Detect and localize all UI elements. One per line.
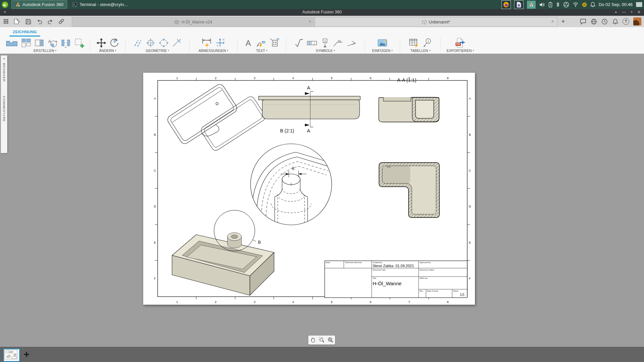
view-front[interactable]: A A B (2:1)	[259, 85, 360, 133]
text-icon[interactable]: A	[244, 38, 253, 48]
ribbon-dropdown-tabellen[interactable]: TABELLEN▾	[410, 49, 430, 53]
zoom-fit-icon[interactable]	[327, 337, 334, 343]
view-iso-shaded[interactable]: B	[172, 210, 274, 295]
view-detail-b[interactable]: 6	[251, 144, 333, 225]
app-grid-icon[interactable]	[3, 18, 9, 25]
redo-icon[interactable]	[47, 18, 54, 25]
datum-identifier-icon[interactable]: A	[320, 38, 330, 48]
tb-dateofissue-label: Date of issue	[427, 290, 438, 292]
balloon-icon[interactable]: 1	[422, 38, 432, 48]
document-launcher[interactable]	[514, 0, 524, 9]
view-wireframe-iso[interactable]	[166, 73, 267, 164]
view-section-a-a[interactable]: A-A (1:1)	[379, 77, 439, 122]
table-icon[interactable]	[409, 38, 419, 48]
note-icon[interactable]	[269, 38, 280, 48]
distro-menu-button[interactable]	[1, 0, 9, 9]
job-status-clock-icon[interactable]	[601, 18, 608, 25]
create-sketch-icon[interactable]	[74, 38, 85, 48]
taskbar-clock[interactable]: Do 02 Sep, 00:46	[599, 2, 633, 7]
rotate-icon[interactable]	[109, 38, 119, 48]
ribbon-dropdown-erstellen[interactable]: ERSTELLEN▾	[34, 49, 56, 53]
new-document-tab-button[interactable]: +	[559, 18, 567, 25]
user-avatar[interactable]	[633, 17, 641, 25]
globe-icon[interactable]	[590, 18, 597, 25]
break-view-icon[interactable]	[60, 38, 71, 48]
svg-text:.1: .1	[313, 42, 315, 45]
pan-hand-icon[interactable]	[310, 337, 316, 343]
section-view-icon[interactable]	[34, 38, 44, 48]
minimize-window-button[interactable]: —	[622, 10, 626, 14]
yellow-status-icon[interactable]	[582, 2, 587, 7]
center-mark-pattern-icon[interactable]	[158, 38, 169, 48]
feedback-comment-icon[interactable]	[580, 18, 586, 25]
expand-panel-icon[interactable]: »	[3, 57, 5, 60]
drawing-sheet[interactable]: 12345678 1234568 7 ABCDEF ABCDEF	[143, 73, 475, 305]
document-tab-h-oel-wanne[interactable]: H-Öl_Wanne v24 ✕	[72, 17, 315, 26]
notification-bell-icon[interactable]	[612, 18, 619, 25]
firefox-launcher[interactable]	[501, 0, 511, 9]
notifications-bell-icon[interactable]	[590, 2, 595, 7]
weld-symbol-icon[interactable]	[333, 38, 343, 48]
close-tab-icon[interactable]: ✕	[551, 19, 554, 24]
wifi-icon[interactable]	[573, 2, 579, 7]
close-window-button[interactable]: ✕	[637, 10, 641, 14]
zoom-window-icon[interactable]	[319, 337, 325, 343]
sheet-thumbnail[interactable]	[3, 349, 20, 362]
taskbar-task-fusion[interactable]: Autodesk Fusion 360	[11, 0, 67, 9]
ribbon-dropdown-abmessungen[interactable]: ABMESSUNGEN▾	[199, 49, 228, 53]
insert-image-icon[interactable]	[377, 38, 388, 48]
help-icon[interactable]: ?	[623, 18, 629, 25]
battery-icon[interactable]	[548, 2, 552, 7]
center-mark-icon[interactable]	[146, 38, 156, 48]
share-link-icon[interactable]	[58, 18, 65, 25]
chevron-down-icon: ▾	[115, 49, 116, 52]
bluetooth-icon[interactable]	[556, 2, 560, 7]
dimension-icon[interactable]	[201, 38, 212, 48]
cube-icon	[174, 20, 179, 24]
detail-view-icon[interactable]: A	[47, 38, 58, 48]
base-view-icon[interactable]	[5, 38, 18, 48]
fusion-tray-icon[interactable]	[527, 1, 536, 9]
save-icon[interactable]	[25, 18, 32, 25]
move-icon[interactable]	[96, 38, 106, 48]
tb-dwgno-label: DWG No.	[420, 277, 428, 279]
taper-symbol-icon[interactable]	[346, 38, 357, 48]
ribbon-dropdown-einfuegen[interactable]: EINFÜGEN▾	[372, 49, 393, 53]
ribbon-dropdown-text[interactable]: TEXT▾	[256, 49, 267, 53]
centerline-icon[interactable]	[133, 38, 143, 48]
undo-icon[interactable]	[36, 18, 43, 25]
view-section-l[interactable]	[379, 163, 439, 218]
ribbon-dropdown-geometrie[interactable]: GEOMETRIE▾	[146, 49, 169, 53]
sidebar-item-browser[interactable]: BROWSER	[2, 63, 6, 82]
tab-label: H-Öl_Wanne v24	[181, 20, 212, 24]
svg-text:1: 1	[427, 39, 429, 43]
volume-icon[interactable]	[539, 2, 545, 7]
ordinate-dimension-icon[interactable]: XY	[215, 38, 225, 48]
maximize-window-button[interactable]: +	[631, 10, 633, 14]
projected-view-icon[interactable]	[21, 38, 32, 48]
edge-extension-icon[interactable]	[172, 38, 182, 48]
surface-texture-icon[interactable]	[294, 38, 304, 48]
leader-text-icon[interactable]	[256, 38, 266, 48]
ribbon-dropdown-symbole[interactable]: SYMBOLE▾	[316, 49, 335, 53]
ribbon-dropdown-exportieren[interactable]: EXPORTIEREN▾	[446, 49, 474, 53]
export-pdf-icon[interactable]: PDF	[454, 38, 466, 48]
feature-control-frame-icon[interactable]: .1	[307, 38, 317, 48]
close-tab-icon[interactable]: ✕	[308, 19, 311, 24]
file-menu-icon[interactable]	[14, 18, 20, 25]
svg-text:D: D	[469, 204, 471, 208]
document-tab-unbenannt[interactable]: Unbenannt* ✕	[315, 17, 557, 26]
fusion-app-icon	[529, 2, 534, 7]
obs-icon[interactable]	[563, 2, 569, 8]
workspace-tab-zeichnung[interactable]: ZEICHNUNG	[9, 29, 40, 37]
taskbar-task-terminal[interactable]: Terminal - steve@cryin...	[69, 1, 131, 8]
drawing-canvas[interactable]: » BROWSER KOMMENTARE	[0, 54, 644, 347]
sidebar-item-kommentare[interactable]: KOMMENTARE	[2, 96, 6, 122]
ribbon-dropdown-aendern[interactable]: ÄNDERN▾	[99, 49, 116, 53]
tb-created-date-value: 01.09.2021	[395, 264, 414, 268]
workspace-pager[interactable]	[636, 2, 642, 7]
svg-text:A: A	[246, 39, 251, 48]
add-sheet-button[interactable]: +	[21, 348, 32, 361]
tb-rev-label: Rev.	[420, 290, 424, 292]
shade-window-button[interactable]: ▲	[614, 10, 617, 14]
